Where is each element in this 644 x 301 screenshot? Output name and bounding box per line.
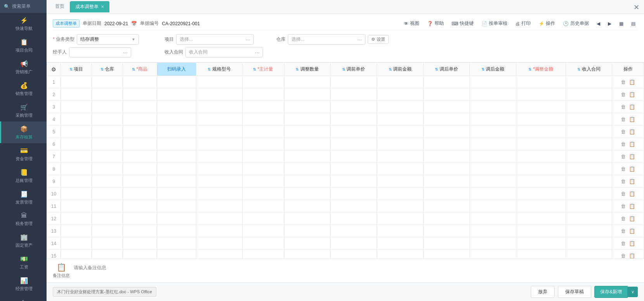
cell-unit[interactable] xyxy=(242,237,284,250)
sidebar-item-fixed-assets[interactable]: 🏢 固定资产 xyxy=(0,230,47,251)
cell-before-price[interactable] xyxy=(331,237,377,250)
cell-scan-input[interactable] xyxy=(157,225,196,237)
cell-income-contract[interactable] xyxy=(566,188,612,200)
copy-row-btn[interactable]: 📋 xyxy=(628,103,636,111)
cell-income-contract[interactable] xyxy=(566,101,612,113)
save-draft-button[interactable]: 保存草稿 xyxy=(558,286,591,298)
col-scan-input[interactable]: 扫码录入 xyxy=(157,63,196,76)
delete-row-btn[interactable]: 🗑 xyxy=(620,116,627,123)
copy-row-btn[interactable]: 📋 xyxy=(628,140,636,148)
cell-before-amount[interactable] xyxy=(377,138,424,150)
toolbar-operations[interactable]: ⚡ 操作 xyxy=(536,19,557,28)
cell-after-price[interactable] xyxy=(423,213,470,225)
cell-after-amount[interactable] xyxy=(470,188,516,200)
cell-unit[interactable] xyxy=(242,225,284,237)
toolbar-history[interactable]: 🕐 历史单据 xyxy=(561,19,591,28)
cell-adjust-qty[interactable] xyxy=(284,150,331,163)
cell-income-contract[interactable] xyxy=(566,88,612,101)
cell-warehouse[interactable] xyxy=(92,113,123,126)
cell-before-amount[interactable] xyxy=(377,213,424,225)
cell-after-amount[interactable] xyxy=(470,237,516,250)
cell-before-price[interactable] xyxy=(331,175,377,188)
business-type-input[interactable]: 结存调整 ▼ xyxy=(77,34,139,45)
cell-project[interactable] xyxy=(61,200,92,213)
cell-adjust-qty[interactable] xyxy=(284,163,331,175)
delete-row-btn[interactable]: 🗑 xyxy=(620,103,627,111)
cell-after-amount[interactable] xyxy=(470,163,516,175)
sort-spec[interactable]: ⇅ xyxy=(208,67,211,71)
cell-product[interactable] xyxy=(123,150,157,163)
cell-before-price[interactable] xyxy=(331,101,377,113)
cell-before-amount[interactable] xyxy=(377,163,424,175)
cell-unit[interactable] xyxy=(242,175,284,188)
toolbar-help[interactable]: ❓ 帮助 xyxy=(425,19,446,28)
cell-before-amount[interactable] xyxy=(377,150,424,163)
cell-project[interactable] xyxy=(61,76,92,88)
cell-warehouse[interactable] xyxy=(92,163,123,175)
delete-row-btn[interactable]: 🗑 xyxy=(620,178,627,185)
cell-warehouse[interactable] xyxy=(92,76,123,88)
project-input[interactable]: 选择... ··· xyxy=(176,34,254,45)
delete-row-btn[interactable]: 🗑 xyxy=(620,153,627,160)
cell-before-amount[interactable] xyxy=(377,237,424,250)
delete-row-btn[interactable]: 🗑 xyxy=(620,190,627,197)
settings-button[interactable]: ⚙ 设置 xyxy=(368,35,389,44)
cell-after-amount[interactable] xyxy=(470,138,516,150)
wps-indicator[interactable]: 木门行业好业财处理方案-墨红红.doc - WPS Office xyxy=(53,287,156,297)
cell-after-price[interactable] xyxy=(423,237,470,250)
cell-income-contract[interactable] xyxy=(566,76,612,88)
cell-spec-model[interactable] xyxy=(196,138,242,150)
sort-unit[interactable]: ⇅ xyxy=(253,67,256,71)
remark-input[interactable] xyxy=(74,263,638,273)
cell-scan-input[interactable] xyxy=(157,150,196,163)
cell-adjust-amount[interactable] xyxy=(516,138,566,150)
cell-after-price[interactable] xyxy=(423,101,470,113)
cell-unit[interactable] xyxy=(242,250,284,259)
cell-adjust-amount[interactable] xyxy=(516,88,566,101)
tab-close-icon[interactable]: ✕ xyxy=(101,5,104,9)
cell-after-amount[interactable] xyxy=(470,126,516,138)
cell-adjust-amount[interactable] xyxy=(516,250,566,259)
sidebar-item-operation-management[interactable]: 📊 经营管理 xyxy=(0,273,47,295)
cell-after-amount[interactable] xyxy=(470,225,516,237)
toolbar-nav-prev[interactable]: ◀ xyxy=(594,20,602,27)
cell-adjust-qty[interactable] xyxy=(284,225,331,237)
cell-unit[interactable] xyxy=(242,101,284,113)
cell-product[interactable] xyxy=(123,126,157,138)
cell-product[interactable] xyxy=(123,188,157,200)
cell-adjust-qty[interactable] xyxy=(284,138,331,150)
cell-spec-model[interactable] xyxy=(196,126,242,138)
col-gear[interactable]: ⚙ xyxy=(47,63,61,76)
cell-warehouse[interactable] xyxy=(92,175,123,188)
copy-row-btn[interactable]: 📋 xyxy=(628,227,636,235)
cell-before-price[interactable] xyxy=(331,113,377,126)
cell-project[interactable] xyxy=(61,250,92,259)
cell-unit[interactable] xyxy=(242,188,284,200)
copy-row-btn[interactable]: 📋 xyxy=(628,240,636,247)
cell-adjust-amount[interactable] xyxy=(516,200,566,213)
delete-row-btn[interactable]: 🗑 xyxy=(620,202,627,210)
cell-adjust-qty[interactable] xyxy=(284,76,331,88)
cell-before-price[interactable] xyxy=(331,163,377,175)
income-contract-input[interactable]: 收入合同 ··· xyxy=(185,47,263,57)
cell-after-amount[interactable] xyxy=(470,76,516,88)
cell-product[interactable] xyxy=(123,163,157,175)
cell-income-contract[interactable] xyxy=(566,175,612,188)
cell-product[interactable] xyxy=(123,200,157,213)
copy-row-btn[interactable]: 📋 xyxy=(628,116,636,123)
cell-before-price[interactable] xyxy=(331,200,377,213)
cell-warehouse[interactable] xyxy=(92,101,123,113)
sort-income-contract[interactable]: ⇅ xyxy=(577,67,580,71)
cell-warehouse[interactable] xyxy=(92,200,123,213)
cell-before-amount[interactable] xyxy=(377,250,424,259)
cell-after-price[interactable] xyxy=(423,88,470,101)
cell-warehouse[interactable] xyxy=(92,213,123,225)
cell-adjust-qty[interactable] xyxy=(284,88,331,101)
toolbar-view[interactable]: 👁 视图 xyxy=(402,19,422,28)
cell-after-amount[interactable] xyxy=(470,88,516,101)
cell-after-price[interactable] xyxy=(423,76,470,88)
sort-after-amount[interactable]: ⇅ xyxy=(481,67,485,71)
cell-after-price[interactable] xyxy=(423,250,470,259)
cell-before-amount[interactable] xyxy=(377,188,424,200)
sort-product[interactable]: ⇅ xyxy=(132,67,135,71)
